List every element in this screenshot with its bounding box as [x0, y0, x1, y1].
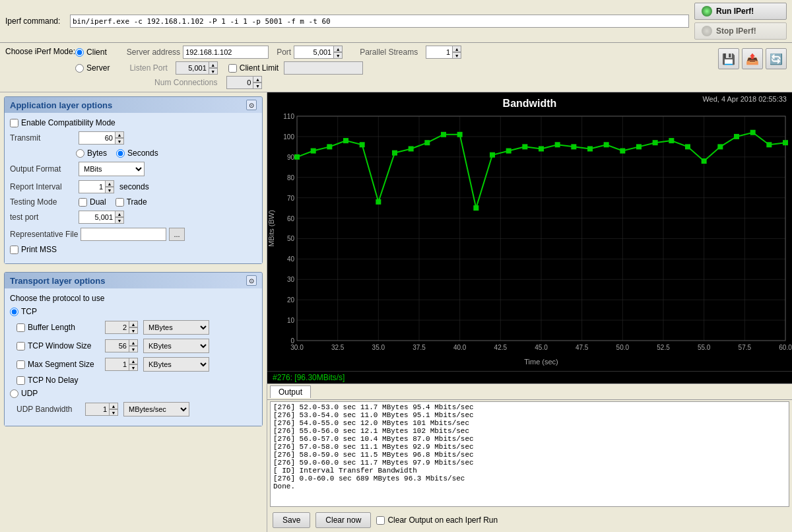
dual-checkbox[interactable]	[79, 198, 87, 207]
tcp-window-unit[interactable]: KBytes MBytes	[143, 339, 209, 353]
listen-port-input[interactable]	[176, 61, 209, 75]
upload-icon-button[interactable]: 📤	[742, 48, 763, 69]
svg-rect-61	[409, 146, 414, 151]
trade-label[interactable]: Trade	[116, 197, 147, 207]
udp-radio[interactable]	[10, 389, 18, 398]
tcp-no-delay-label[interactable]: TCP No Delay	[16, 376, 78, 385]
client-limit-label[interactable]: Client Limit	[228, 63, 279, 73]
report-interval-down[interactable]: ▼	[105, 187, 114, 193]
listen-port-up[interactable]: ▲	[209, 61, 218, 68]
tcp-window-label[interactable]: TCP Window Size	[16, 341, 102, 350]
output-format-select[interactable]: MBits KBits Bytes KBytes MBytes	[79, 162, 145, 176]
test-port-down[interactable]: ▼	[115, 217, 124, 224]
svg-rect-68	[522, 144, 527, 149]
server-radio-label[interactable]: Server	[75, 63, 110, 73]
seconds-radio[interactable]	[116, 149, 125, 158]
stop-iperf-button[interactable]: Stop IPerf!	[694, 22, 787, 40]
iperf-command-input[interactable]	[70, 15, 689, 28]
bytes-radio[interactable]	[76, 149, 84, 158]
svg-rect-63	[441, 132, 446, 137]
tcp-window-down[interactable]: ▼	[129, 346, 138, 352]
svg-rect-76	[653, 140, 658, 145]
tcp-no-delay-checkbox[interactable]	[16, 376, 25, 385]
svg-text:50.0: 50.0	[616, 344, 630, 351]
client-radio-label[interactable]: Client	[75, 48, 107, 57]
tcp-radio[interactable]	[10, 308, 18, 316]
max-segment-down[interactable]: ▼	[129, 364, 138, 371]
buffer-length-unit[interactable]: MBytes KBytes	[143, 320, 209, 335]
testing-mode-label: Testing Mode	[10, 197, 76, 207]
chart-container: Wed, 4 Apr 2018 02:55:33 Bandwidth 01020…	[267, 92, 792, 371]
output-tab-button[interactable]: Output	[270, 385, 311, 398]
output-text-area[interactable]: [276] 52.0-53.0 sec 11.7 MBytes 95.4 Mbi…	[270, 401, 789, 507]
tcp-window-input[interactable]	[105, 339, 129, 352]
clear-each-run-label[interactable]: Clear Output on each Iperf Run	[376, 515, 498, 525]
run-iperf-button[interactable]: Run IPerf!	[694, 3, 787, 20]
client-radio[interactable]	[75, 48, 84, 57]
report-interval-up[interactable]: ▲	[105, 180, 114, 187]
tcp-window-checkbox[interactable]	[16, 342, 25, 350]
svg-text:70: 70	[287, 195, 295, 202]
port-input[interactable]	[294, 46, 333, 59]
max-segment-input[interactable]	[105, 358, 129, 371]
client-limit-input[interactable]	[284, 61, 363, 75]
tcp-window-up[interactable]: ▲	[129, 339, 138, 346]
stop-icon	[702, 26, 712, 36]
buffer-length-input[interactable]	[105, 321, 129, 334]
test-port-up[interactable]: ▲	[115, 211, 124, 217]
buffer-length-up[interactable]: ▲	[129, 321, 138, 327]
refresh-icon-button[interactable]: 🔄	[766, 48, 787, 69]
print-mss-checkbox[interactable]	[10, 246, 18, 254]
listen-port-down[interactable]: ▼	[209, 68, 218, 75]
save-icon-button[interactable]: 💾	[718, 48, 739, 69]
client-limit-checkbox[interactable]	[228, 64, 237, 73]
clear-each-run-checkbox[interactable]	[376, 516, 385, 525]
udp-bandwidth-unit[interactable]: MBytes/sec KBytes/sec	[123, 402, 189, 416]
udp-radio-label[interactable]: UDP	[10, 389, 38, 398]
bytes-radio-label[interactable]: Bytes	[76, 149, 107, 158]
buffer-length-down[interactable]: ▼	[129, 327, 138, 334]
port-down[interactable]: ▼	[333, 52, 343, 59]
transmit-down[interactable]: ▼	[115, 138, 124, 145]
report-interval-input[interactable]	[79, 180, 105, 193]
compat-mode-checkbox[interactable]	[10, 119, 18, 127]
udp-bandwidth-input[interactable]	[85, 403, 109, 416]
udp-bandwidth-up[interactable]: ▲	[109, 403, 118, 409]
server-radio[interactable]	[75, 64, 84, 73]
file-browse-button[interactable]: ...	[169, 228, 184, 241]
print-mss-label[interactable]: Print MSS	[10, 245, 57, 254]
trade-checkbox[interactable]	[116, 198, 124, 207]
buffer-length-checkbox[interactable]	[16, 323, 25, 332]
max-segment-unit[interactable]: KBytes MBytes	[143, 357, 209, 372]
parallel-down[interactable]: ▼	[452, 52, 461, 59]
test-port-input[interactable]	[79, 211, 115, 224]
max-segment-checkbox[interactable]	[16, 360, 25, 369]
tcp-radio-label[interactable]: TCP	[10, 307, 37, 316]
parallel-up[interactable]: ▲	[452, 46, 461, 52]
app-layer-collapse[interactable]: ⊙	[246, 100, 257, 110]
save-button[interactable]: Save	[273, 512, 310, 528]
svg-text:60.0: 60.0	[779, 344, 792, 351]
transport-layer-collapse[interactable]: ⊙	[246, 275, 257, 286]
max-segment-label[interactable]: Max Segment Size	[16, 360, 102, 369]
server-address-input[interactable]	[183, 46, 269, 59]
parallel-streams-input[interactable]	[426, 46, 452, 59]
udp-bandwidth-down[interactable]: ▼	[109, 409, 118, 416]
port-up[interactable]: ▲	[333, 46, 343, 52]
seconds-radio-label[interactable]: Seconds	[116, 149, 158, 158]
transmit-up[interactable]: ▲	[115, 131, 124, 138]
compat-mode-label[interactable]: Enable Compatibility Mode	[10, 118, 116, 127]
buffer-length-label[interactable]: Buffer Length	[16, 323, 102, 332]
app-layer-title: Application layer options	[10, 100, 112, 110]
transmit-input[interactable]	[79, 131, 115, 145]
max-segment-up[interactable]: ▲	[129, 358, 138, 364]
representative-file-label: Representative File	[10, 230, 78, 239]
dual-label[interactable]: Dual	[79, 197, 106, 207]
num-conn-up[interactable]: ▲	[253, 76, 262, 83]
num-conn-down[interactable]: ▼	[253, 83, 262, 89]
clear-now-button[interactable]: Clear now	[315, 512, 371, 528]
num-connections-input[interactable]	[226, 76, 253, 89]
representative-file-input[interactable]	[81, 228, 166, 241]
svg-rect-64	[457, 132, 463, 137]
svg-rect-73	[604, 142, 609, 147]
